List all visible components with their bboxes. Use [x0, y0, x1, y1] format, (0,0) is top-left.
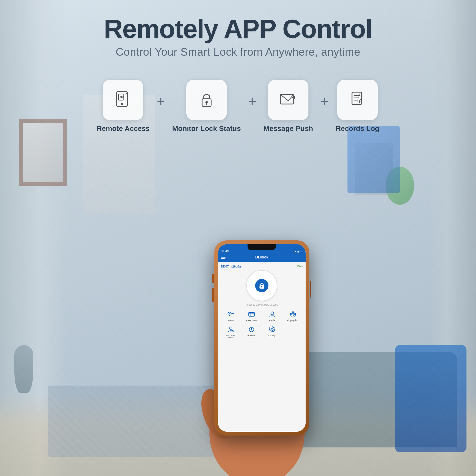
feature-monitor-lock: Monitor Lock Status [172, 80, 241, 133]
touch-hint: Touch to Unlock, Hold to Lock [221, 304, 303, 306]
authorized-admin-label: AuthorizedAdmin [226, 334, 235, 339]
svg-rect-9 [352, 92, 361, 104]
svg-text:✓: ✓ [232, 330, 233, 332]
lock-monitor-icon [196, 89, 217, 111]
menu-item-settings[interactable]: Settings [262, 325, 282, 339]
bg-vase [14, 345, 33, 393]
monitor-lock-label: Monitor Lock Status [172, 124, 241, 133]
menu-item-passcodes[interactable]: Passcodes [241, 310, 261, 322]
cards-icon [268, 310, 276, 319]
svg-point-4 [121, 103, 123, 105]
feature-remote-access: APP Remote Access [97, 80, 150, 133]
menu-item-ekeys[interactable]: eKeys [221, 310, 241, 322]
lock-unlock-button[interactable] [246, 270, 277, 301]
ekeys-icon [227, 310, 235, 319]
passcodes-label: Passcodes [246, 319, 256, 322]
menu-hamburger-icon[interactable] [221, 256, 226, 259]
app-name: DDlock [255, 255, 268, 259]
menu-item-authorized-admin[interactable]: ✓ AuthorizedAdmin [221, 325, 241, 339]
svg-point-35 [229, 313, 230, 314]
menu-item-records[interactable]: Records [241, 325, 261, 339]
status-icons: ▲ ◼ ▬ [294, 250, 302, 253]
app-menu-grid: eKeys [221, 310, 303, 339]
plus-1: + [157, 93, 165, 110]
fingerprints-label: Fingerprints [287, 319, 299, 322]
remote-access-icon-box: APP [103, 80, 143, 120]
lock-icon [258, 282, 266, 289]
device-row: DD07_a26c0a 100% [221, 265, 303, 268]
volume-down-button [212, 288, 214, 302]
app-header: DDlock [218, 254, 306, 262]
page-subtitle: Control Your Smart Lock from Anywhere, a… [0, 46, 476, 58]
battery-icon: ▬ [300, 250, 302, 253]
ekeys-svg [227, 310, 235, 318]
lock-icon-inner [255, 279, 269, 292]
records-log-icon [347, 89, 368, 111]
cards-svg [269, 310, 276, 318]
passcodes-svg [248, 310, 255, 318]
wifi-icon: ◼ [297, 250, 299, 253]
plus-2: + [248, 93, 256, 110]
app-screen: 11:49 ▲ ◼ ▬ DDl [218, 244, 306, 432]
cards-label: Cards [269, 319, 275, 322]
message-push-label: Message Push [263, 124, 313, 133]
top-section: Remotely APP Control Control Your Smart … [0, 0, 476, 133]
signal-icon: ▲ [294, 250, 297, 253]
records-label: Records [248, 334, 255, 337]
device-name: DD07_a26c0a [221, 265, 241, 268]
records-log-icon-box [337, 80, 378, 120]
authorized-admin-svg: ✓ [227, 325, 235, 333]
feature-message-push: Message Push [263, 80, 313, 133]
power-button [310, 281, 311, 298]
records-icon [247, 325, 256, 334]
svg-point-15 [359, 101, 361, 103]
feature-records-log: Records Log [336, 80, 379, 133]
menu-item-fingerprints[interactable]: Fingerprints [283, 310, 303, 322]
monitor-lock-icon-box [186, 80, 227, 120]
settings-label: Settings [268, 334, 276, 337]
app-body: DD07_a26c0a 100% [218, 262, 306, 432]
title-section: Remotely APP Control Control Your Smart … [0, 0, 476, 63]
menu-item-cards[interactable]: Cards [262, 310, 282, 322]
phone-notch [248, 244, 276, 250]
battery-level: 100% [297, 265, 303, 268]
authorized-admin-icon: ✓ [227, 325, 235, 334]
fingerprints-icon [289, 310, 297, 319]
battery-percent: 100% [297, 265, 303, 268]
page-title: Remotely APP Control [0, 14, 476, 43]
svg-point-51 [251, 329, 252, 330]
plus-3: + [320, 93, 328, 110]
records-svg [248, 325, 255, 333]
page-root: Remotely APP Control Control Your Smart … [0, 0, 476, 476]
svg-point-44 [271, 312, 273, 315]
svg-point-52 [271, 328, 273, 330]
ekeys-label: eKeys [228, 319, 234, 322]
remote-access-label: Remote Access [97, 124, 150, 133]
status-time: 11:49 [221, 249, 229, 253]
message-push-icon [277, 89, 299, 111]
phone-scene: 11:49 ▲ ◼ ▬ DDl [195, 226, 338, 476]
svg-point-45 [229, 327, 232, 329]
volume-button [212, 274, 214, 283]
bg-vase-blue [347, 126, 400, 193]
records-log-label: Records Log [336, 124, 379, 133]
settings-icon [268, 325, 276, 334]
settings-svg [269, 325, 276, 333]
phone-screen: 11:49 ▲ ◼ ▬ DDl [218, 244, 306, 432]
message-push-icon-box [268, 80, 308, 120]
svg-rect-39 [249, 312, 255, 316]
bg-blue-chair [395, 345, 466, 452]
phone-frame: 11:49 ▲ ◼ ▬ DDl [214, 240, 309, 436]
svg-point-32 [261, 286, 262, 287]
fingerprints-svg [289, 310, 297, 318]
features-row: APP Remote Access + [0, 80, 476, 133]
passcodes-icon [247, 310, 256, 319]
svg-text:APP: APP [119, 96, 124, 99]
phone-app-icon: APP [112, 89, 134, 111]
